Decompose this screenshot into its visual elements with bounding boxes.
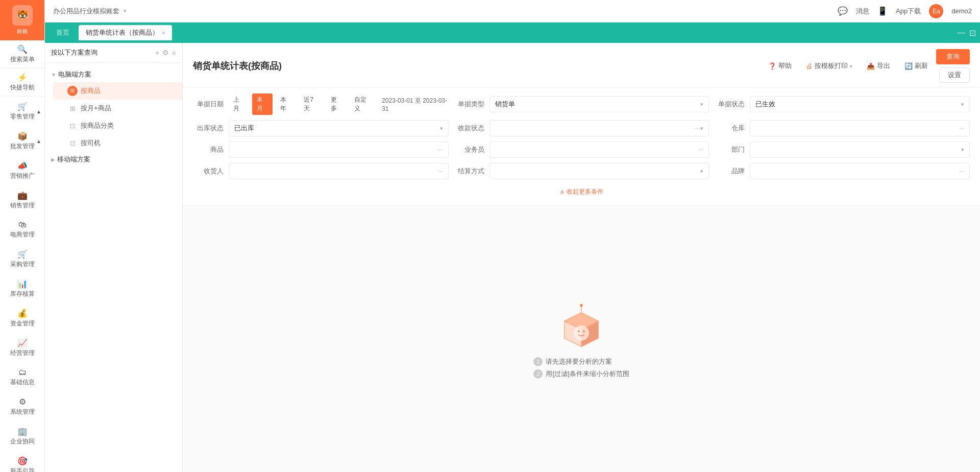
logo-text: 标账: [17, 28, 28, 35]
sidebar-item-enterprise-label: 企业协同: [10, 437, 35, 446]
department-field[interactable]: ▾: [750, 141, 970, 158]
help-icon: ❓: [768, 62, 776, 70]
by-printer-icon: ⊡: [67, 138, 78, 148]
date-custom-btn[interactable]: 自定义: [350, 93, 376, 115]
doc-status-dropdown-icon: ▾: [961, 101, 964, 108]
sidebar-item-purchase[interactable]: 🛒 采购管理: [0, 244, 44, 274]
settlement-field[interactable]: ▾: [489, 163, 709, 179]
print-icon: 🖨: [806, 62, 813, 70]
industry-dropdown-icon[interactable]: ▾: [124, 8, 127, 14]
collapse-filters-button[interactable]: ∧ 收起更多条件: [193, 184, 970, 199]
sidebar-item-ecommerce[interactable]: 🛍 电商管理: [0, 215, 44, 244]
app-download-label[interactable]: App下载: [896, 7, 921, 16]
payment-status-field[interactable]: ··· ▾: [489, 120, 709, 136]
settlement-label: 结算方式: [454, 167, 489, 176]
tab-sales-report[interactable]: 销货单统计表（按商品） ×: [79, 25, 172, 40]
sidebar-item-stock[interactable]: 📊 库存核算: [0, 274, 44, 303]
payment-status-more-icon[interactable]: ···: [695, 125, 700, 132]
warehouse-field[interactable]: ···: [750, 120, 970, 136]
sidebar-item-basic[interactable]: 🗂 基础信息: [0, 363, 44, 392]
user-initials: Ea: [933, 8, 940, 15]
sidebar-item-stock-label: 库存核算: [10, 290, 35, 298]
query-button[interactable]: 查询: [936, 49, 970, 64]
industry-label: 办公用品行业模拟账套: [53, 7, 119, 16]
sidebar-item-ecommerce-label: 电商管理: [10, 230, 35, 239]
svg-point-3: [574, 325, 589, 341]
scheme-tree: ▼ 电脑端方案 按 按商品 ⊞ 按月+商品: [45, 63, 182, 171]
message-label[interactable]: 消息: [856, 7, 869, 16]
tree-group-desktop-items: 按 按商品 ⊞ 按月+商品 ⊡ 按商品分类 ⊡: [45, 82, 182, 152]
tree-group-desktop-header[interactable]: ▼ 电脑端方案: [45, 67, 182, 82]
tree-group-mobile-header[interactable]: ▶ 移动端方案: [45, 152, 182, 167]
print-arrow-icon: ▾: [850, 63, 852, 69]
tab-home[interactable]: 首页: [49, 25, 77, 40]
sidebar-item-system[interactable]: ⚙ 系统管理: [0, 392, 44, 421]
user-name[interactable]: demo2: [951, 7, 972, 15]
sidebar-item-basic-label: 基础信息: [10, 378, 35, 387]
tree-item-by-printer-label: 按司机: [81, 138, 101, 148]
print-button[interactable]: 🖨 按模板打印 ▾: [802, 59, 856, 73]
sidebar-item-finance[interactable]: 💰 资金管理: [0, 303, 44, 333]
sidebar-quick-nav[interactable]: ⚡ 快捷导航: [0, 68, 44, 97]
sidebar-item-newbie[interactable]: 🎯 新手引导: [0, 451, 44, 472]
help-button[interactable]: ❓ 帮助: [764, 59, 796, 73]
sidebar: 🐯 标账 🔍 搜索菜单 ⚡ 快捷导航 🛒 零售管理 ▲ 📦 批发管理 ▲ 📣 营…: [0, 0, 45, 472]
tree-item-by-category[interactable]: ⊡ 按商品分类: [53, 117, 182, 134]
tree-item-by-product-label: 按商品: [81, 86, 101, 96]
tree-item-by-month-product[interactable]: ⊞ 按月+商品: [53, 100, 182, 117]
date-current-month-btn[interactable]: 本月: [252, 93, 273, 115]
search-icon: 🔍: [17, 44, 28, 54]
filter-cell-product: 商品 ···: [193, 141, 449, 158]
sidebar-item-retail[interactable]: 🛒 零售管理 ▲: [0, 97, 44, 126]
export-button[interactable]: 📤 导出: [863, 59, 894, 73]
brand-field[interactable]: ···: [750, 163, 970, 179]
sidebar-item-enterprise[interactable]: 🏢 企业协同: [0, 421, 44, 451]
settings-scheme-icon[interactable]: ⚙: [162, 49, 169, 57]
print-label: 按模板打印: [815, 61, 848, 70]
content-area: 按以下方案查询 + ⚙ « ▼ 电脑端方案: [45, 43, 980, 472]
date-last-7-days-btn[interactable]: 近7天: [299, 93, 323, 115]
sidebar-item-wholesale[interactable]: 📦 批发管理 ▲: [0, 126, 44, 156]
recipient-field[interactable]: ···: [229, 163, 449, 179]
product-more-icon[interactable]: ···: [438, 146, 443, 153]
empty-state: 1 请先选择要分析的方案 2 用[过滤]条件来缩小分析范围: [533, 300, 629, 379]
warehouse-status-field[interactable]: 已出库 ▾: [229, 120, 449, 136]
date-current-year-btn[interactable]: 本年: [276, 93, 296, 115]
recipient-more-icon[interactable]: ···: [438, 168, 443, 175]
collapse-panel-icon[interactable]: «: [172, 49, 176, 57]
add-scheme-icon[interactable]: +: [155, 49, 159, 57]
settings-button[interactable]: 设置: [939, 67, 970, 83]
date-prev-month-btn[interactable]: 上月: [229, 93, 249, 115]
filter-row-1: 单据日期 上月 本月 本年 近7天 更多 自定义 2023-03-01 至 20…: [193, 93, 970, 115]
doc-type-filter-value: 销货单: [495, 100, 701, 109]
salesperson-field[interactable]: ···: [489, 141, 709, 158]
by-category-icon: ⊡: [67, 121, 78, 131]
filter-row-3: 商品 ··· 业务员 ··· 部门: [193, 141, 970, 158]
sidebar-item-sales[interactable]: 💼 销售管理: [0, 185, 44, 215]
warehouse-label: 仓库: [714, 124, 750, 133]
tip-num-1: 1: [533, 357, 543, 366]
date-more-btn[interactable]: 更多: [326, 93, 347, 115]
refresh-button[interactable]: 🔄 刷新: [900, 59, 932, 73]
doc-type-filter-field[interactable]: 销货单 ▾: [489, 96, 709, 112]
filter-cell-salesperson: 业务员 ···: [454, 141, 709, 158]
tree-item-by-printer[interactable]: ⊡ 按司机: [53, 134, 182, 152]
tab-close-icon[interactable]: ×: [162, 30, 165, 36]
sidebar-item-purchase-label: 采购管理: [10, 260, 35, 269]
wholesale-icon: 📦: [17, 131, 28, 141]
product-field[interactable]: ···: [229, 141, 449, 158]
sidebar-search-menu[interactable]: 🔍 搜索菜单: [0, 40, 44, 68]
left-panel: 按以下方案查询 + ⚙ « ▼ 电脑端方案: [45, 43, 183, 472]
sidebar-item-operation[interactable]: 📈 经营管理: [0, 333, 44, 363]
nav-icon: ⚡: [17, 73, 28, 82]
window-maximize-icon[interactable]: ⊡: [969, 28, 976, 38]
stock-icon: 📊: [17, 279, 28, 289]
window-minimize-icon[interactable]: —: [957, 28, 965, 38]
warehouse-more-icon[interactable]: ···: [959, 125, 964, 132]
brand-more-icon[interactable]: ···: [959, 168, 964, 175]
sidebar-item-marketing[interactable]: 📣 营销推广: [0, 156, 44, 185]
salesperson-more-icon[interactable]: ···: [698, 146, 703, 153]
doc-status-filter-field[interactable]: 已生效 ▾: [750, 96, 970, 112]
tree-item-by-product[interactable]: 按 按商品: [53, 82, 182, 100]
payment-status-label: 收款状态: [454, 124, 489, 133]
